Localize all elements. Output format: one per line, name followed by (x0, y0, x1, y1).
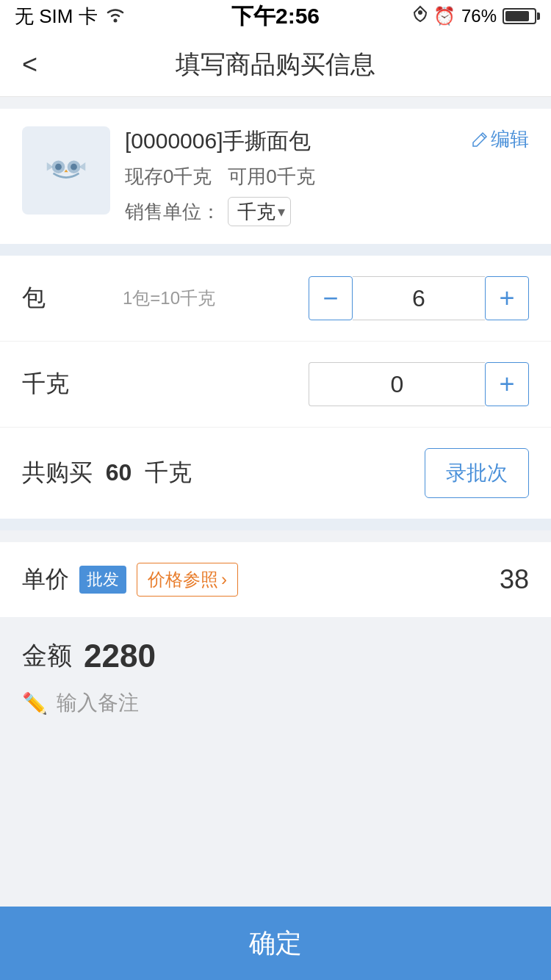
location-icon (413, 5, 428, 27)
product-section: [0000006]手撕面包 编辑 现存0千克 可用0千克 销售单位： 千克 (0, 109, 551, 244)
status-bar: 无 SIM 卡 下午2:56 ⏰ 76% (0, 0, 551, 32)
wifi-icon (105, 5, 126, 28)
amount-value: 2280 (84, 638, 156, 674)
kg-quantity-control: + (309, 362, 529, 406)
unit-select-wrap[interactable]: 千克 (228, 197, 291, 226)
kg-label: 千克 (22, 368, 165, 400)
kg-input-row: 千克 + (0, 342, 551, 428)
section-divider-2 (0, 519, 551, 530)
confirm-bar[interactable]: 确定 (0, 907, 551, 980)
edit-button[interactable]: 编辑 (472, 126, 529, 152)
price-label: 单价 (22, 563, 69, 596)
battery-icon (503, 8, 536, 24)
price-left: 单价 批发 价格参照 › (22, 563, 238, 597)
status-left: 无 SIM 卡 (15, 4, 126, 29)
price-row: 单价 批发 价格参照 › 38 (22, 563, 529, 597)
remark-row[interactable]: ✏️ 输入备注 (22, 689, 529, 732)
back-button[interactable]: < (22, 42, 45, 87)
bao-decrease-button[interactable]: − (309, 276, 353, 320)
svg-point-0 (113, 18, 117, 22)
svg-point-5 (71, 164, 77, 170)
product-stock: 现存0千克 可用0千克 (125, 164, 529, 190)
price-reference-button[interactable]: 价格参照 › (137, 563, 238, 597)
price-section: 单价 批发 价格参照 › 38 (0, 542, 551, 617)
amount-label: 金额 (22, 639, 72, 673)
status-right: ⏰ 76% (413, 5, 536, 27)
price-tag-batch: 批发 (79, 566, 126, 594)
amount-row: 金额 2280 (22, 638, 529, 674)
bao-increase-button[interactable]: + (485, 276, 529, 320)
product-info: [0000006]手撕面包 编辑 现存0千克 可用0千克 销售单位： 千克 (125, 126, 529, 226)
product-unit-row: 销售单位： 千克 (125, 197, 529, 226)
edit-remark-icon: ✏️ (22, 691, 48, 716)
bao-input-row: 包 1包=10千克 − + (0, 256, 551, 342)
total-text: 共购买 60 千克 (22, 457, 192, 489)
product-image (22, 126, 110, 215)
carrier-text: 无 SIM 卡 (15, 4, 98, 29)
kg-increase-button[interactable]: + (485, 362, 529, 406)
battery-percent: 76% (461, 6, 497, 26)
bao-input[interactable] (353, 276, 485, 320)
svg-point-4 (55, 164, 62, 170)
unit-label: 销售单位： (125, 199, 220, 225)
batch-button[interactable]: 录批次 (425, 448, 529, 498)
nav-bar: < 填写商品购买信息 (0, 32, 551, 97)
input-section: 包 1包=10千克 − + 千克 + (0, 256, 551, 428)
bao-conversion: 1包=10千克 (123, 287, 215, 310)
remark-placeholder: 输入备注 (57, 689, 139, 717)
price-value: 38 (500, 564, 529, 595)
section-divider-1 (0, 244, 551, 256)
confirm-button-label: 确定 (249, 926, 302, 962)
status-time: 下午2:56 (231, 1, 320, 32)
bao-label: 包 (22, 282, 115, 314)
page-title: 填写商品购买信息 (176, 48, 375, 82)
unit-select[interactable]: 千克 (228, 197, 291, 226)
product-name: [0000006]手撕面包 (125, 126, 464, 156)
kg-input[interactable] (309, 362, 485, 406)
alarm-icon: ⏰ (433, 6, 455, 26)
amount-section: 金额 2280 ✏️ 输入备注 (0, 617, 551, 732)
bao-quantity-control: − + (309, 276, 529, 320)
svg-marker-6 (64, 170, 68, 173)
svg-point-1 (418, 10, 422, 15)
total-row: 共购买 60 千克 录批次 (0, 428, 551, 519)
